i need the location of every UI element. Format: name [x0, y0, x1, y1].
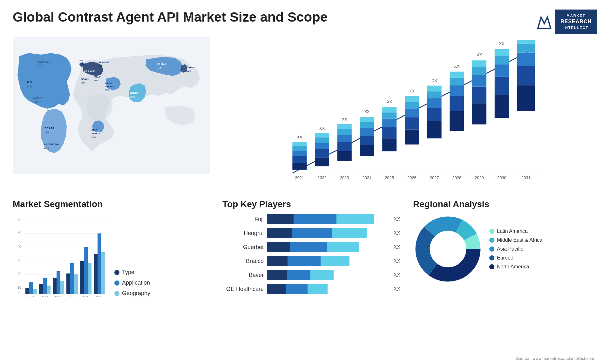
source-text: Source : www.marketresearchintellect.com [516, 356, 594, 361]
dot-north-america [489, 264, 494, 269]
svg-text:xx%: xx% [79, 63, 83, 65]
svg-rect-102 [495, 49, 509, 56]
svg-text:ARGENTINA: ARGENTINA [44, 143, 59, 146]
dot-asia-pacific [489, 246, 494, 252]
svg-rect-60 [360, 117, 374, 122]
player-bar-guerbet [267, 242, 389, 252]
player-row-bracco: Bracco XX [222, 256, 400, 266]
label-europe: Europe [497, 255, 513, 261]
svg-text:10: 10 [17, 286, 21, 289]
svg-text:xx%: xx% [44, 147, 49, 150]
svg-text:2022: 2022 [317, 175, 327, 180]
svg-rect-133 [53, 278, 57, 294]
regional-title: Regional Analysis [413, 199, 591, 209]
svg-text:2031: 2031 [521, 175, 531, 180]
svg-text:XX: XX [342, 117, 348, 122]
bar-2027: XX 2027 [427, 78, 442, 180]
svg-rect-50 [337, 142, 352, 151]
bottom-right: Top Key Players Fuji XX Hengrui [216, 196, 597, 301]
segmentation-legend: Type Application Geography [111, 269, 150, 297]
player-val-guerbet: XX [394, 244, 400, 250]
legend-app-label: Application [122, 280, 150, 286]
svg-rect-39 [292, 142, 307, 146]
svg-rect-78 [427, 108, 442, 121]
svg-text:U.K.: U.K. [79, 59, 84, 62]
regional-analysis-section: Regional Analysis [407, 196, 597, 301]
svg-text:2022: 2022 [40, 295, 48, 297]
svg-rect-95 [472, 60, 486, 67]
legend-europe: Europe [489, 255, 542, 261]
page-title: Global Contrast Agent API Market Size an… [13, 10, 328, 25]
world-map-svg: CANADA xx% U.S. xx% MEXICO xx% BRAZIL xx… [13, 37, 210, 174]
svg-rect-85 [450, 96, 464, 111]
svg-text:2021: 2021 [27, 295, 34, 297]
svg-rect-140 [84, 247, 88, 294]
page-header: Global Contrast Agent API Market Size an… [0, 0, 610, 37]
player-val-hengrui: XX [394, 230, 400, 236]
bar-2025: XX 2025 [382, 99, 396, 180]
player-bar-hengrui [267, 228, 389, 238]
svg-text:XX: XX [499, 41, 505, 46]
main-content: CANADA xx% U.S. xx% MEXICO xx% BRAZIL xx… [0, 37, 610, 301]
svg-rect-63 [382, 138, 396, 152]
bar-2029: XX 2029 [472, 53, 486, 180]
svg-text:XX: XX [364, 109, 370, 114]
svg-rect-141 [88, 263, 92, 294]
svg-rect-131 [43, 278, 47, 294]
svg-text:2023: 2023 [340, 175, 349, 180]
player-val-bracco: XX [394, 258, 400, 264]
legend-geo-dot [114, 291, 119, 296]
segmentation-svg: 60 50 40 30 20 10 0 [13, 214, 108, 297]
segmentation-chart-area: 60 50 40 30 20 10 0 [13, 214, 210, 297]
donut-svg [413, 214, 483, 284]
svg-text:xx%: xx% [187, 70, 191, 72]
label-north-america: North America [497, 264, 529, 270]
legend-geo-label: Geography [122, 290, 150, 297]
player-row-fuji: Fuji XX [222, 214, 400, 224]
svg-rect-138 [74, 274, 78, 294]
svg-rect-93 [472, 75, 486, 86]
svg-rect-92 [472, 87, 486, 104]
legend-latin-america: Latin America [489, 228, 542, 234]
svg-rect-38 [292, 146, 307, 151]
svg-text:SOUTH: SOUTH [92, 129, 99, 131]
svg-rect-84 [450, 111, 464, 131]
svg-rect-100 [495, 64, 509, 77]
svg-text:BRAZIL: BRAZIL [44, 127, 55, 130]
svg-text:30: 30 [17, 258, 21, 262]
label-asia-pacific: Asia Pacific [497, 246, 523, 252]
svg-rect-86 [450, 85, 464, 96]
svg-rect-136 [66, 273, 70, 294]
svg-rect-44 [315, 143, 329, 149]
svg-text:XX: XX [297, 135, 302, 139]
player-bar-fuji [267, 214, 389, 224]
svg-text:xx%: xx% [94, 79, 98, 82]
svg-rect-46 [315, 133, 329, 138]
svg-text:20: 20 [17, 272, 21, 276]
svg-text:2030: 2030 [497, 175, 506, 180]
svg-rect-43 [315, 149, 329, 158]
svg-rect-37 [292, 151, 307, 156]
svg-rect-106 [517, 66, 535, 85]
svg-text:0: 0 [18, 291, 20, 295]
legend-item-geography: Geography [114, 290, 150, 297]
svg-rect-99 [495, 77, 509, 95]
brand-icon [536, 14, 552, 30]
svg-text:CHINA: CHINA [157, 63, 166, 66]
svg-rect-94 [472, 67, 486, 75]
bar-2031: XX 2031 [517, 40, 535, 180]
player-name-fuji: Fuji [222, 216, 264, 223]
svg-rect-127 [25, 288, 29, 294]
svg-text:2026: 2026 [95, 295, 103, 297]
svg-text:xx%: xx% [44, 131, 49, 134]
svg-rect-142 [94, 254, 98, 294]
legend-type-label: Type [122, 269, 134, 276]
svg-rect-42 [315, 158, 329, 166]
canada-label: CANADA [38, 60, 51, 63]
svg-rect-80 [427, 91, 442, 98]
svg-text:60: 60 [17, 217, 21, 221]
svg-text:2021: 2021 [295, 175, 304, 180]
svg-rect-72 [405, 108, 419, 117]
svg-text:xx%: xx% [84, 73, 88, 76]
player-name-guerbet: Guerbet [222, 244, 264, 251]
